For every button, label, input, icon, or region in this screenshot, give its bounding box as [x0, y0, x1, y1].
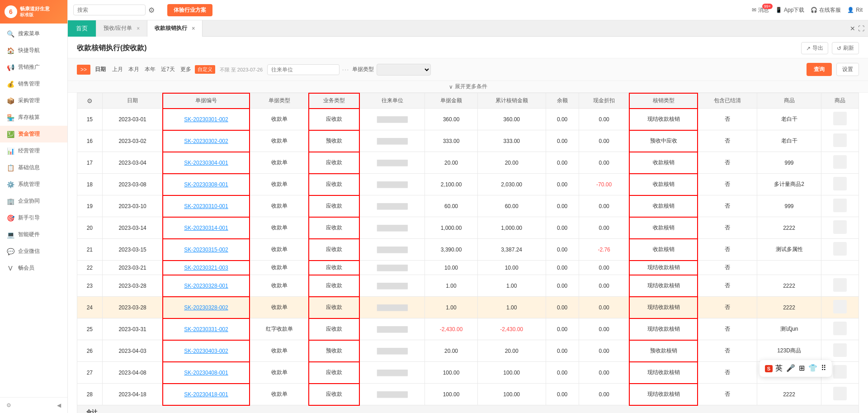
- expand-tab-icon[interactable]: ⛶: [858, 25, 864, 32]
- tab-home[interactable]: 首页: [68, 20, 96, 37]
- cell-verified: 60.00: [477, 195, 546, 217]
- refresh-button[interactable]: ↺ 刷新: [832, 42, 859, 54]
- sidebar-item-hardware[interactable]: 💻智能硬件: [0, 226, 67, 243]
- cell-bill-no: SK-20230304-001: [163, 152, 250, 174]
- more-btn[interactable]: 更多: [179, 65, 193, 74]
- sidebar-item-label: 资金管理: [18, 130, 40, 138]
- tab-label: 收款核销执行: [155, 24, 187, 32]
- sidebar-item-quick-nav[interactable]: 🏠快捷导航: [0, 42, 67, 59]
- cell-product1: 999: [757, 152, 821, 174]
- watermark-icons: 英 🎤 ⊞ 👕 ⠿: [775, 364, 826, 373]
- bill-no-link[interactable]: SK-20230408-001: [184, 370, 228, 376]
- this-month-btn[interactable]: 本月: [127, 65, 141, 74]
- bill-no-link[interactable]: SK-20230403-002: [184, 348, 228, 354]
- sidebar-bottom: ⚙ ◀: [0, 397, 67, 413]
- export-button[interactable]: ↗ 导出: [801, 42, 828, 54]
- tab-close-icon[interactable]: ×: [192, 25, 195, 32]
- cell-date: 2023-04-08: [102, 362, 163, 384]
- cell-biz-type: 应收款: [309, 109, 359, 130]
- th-settings[interactable]: ⚙: [77, 93, 103, 109]
- quick-nav-icon: 🏠: [6, 47, 14, 54]
- cell-included: 否: [698, 340, 757, 362]
- bill-no-link[interactable]: SK-20230304-001: [184, 160, 228, 166]
- tab-label: 预收/应付单: [104, 24, 132, 32]
- bill-no-link[interactable]: SK-20230321-003: [184, 265, 228, 271]
- page-title: 收款核销执行(按收款): [77, 43, 801, 53]
- cell-verified: 20.00: [477, 152, 546, 174]
- tab-collection[interactable]: 收款核销执行×: [147, 20, 203, 37]
- cell-unit: ████████: [359, 340, 425, 362]
- sidebar-item-search[interactable]: 🔍搜索菜单: [0, 25, 67, 42]
- bill-no-link[interactable]: SK-20230308-001: [184, 181, 228, 188]
- filter-toggle-button[interactable]: >>: [77, 65, 90, 75]
- close-tab-icon[interactable]: ✕: [850, 25, 855, 32]
- this-year-btn[interactable]: 本年: [143, 65, 157, 74]
- topbar-gear-icon[interactable]: ⚙: [148, 6, 155, 14]
- bill-type-select[interactable]: [377, 64, 431, 76]
- bill-no-link[interactable]: SK-20230302-002: [184, 138, 228, 144]
- sidebar-item-enterprise[interactable]: 🏢企业协同: [0, 193, 67, 209]
- sidebar-item-sales[interactable]: 💰销售管理: [0, 76, 67, 92]
- filter-setting-button[interactable]: 设置: [836, 63, 859, 76]
- message-icon-item[interactable]: ✉ 消息 99+: [752, 6, 769, 14]
- cell-verify-type: 收款核销: [629, 174, 698, 195]
- cell-product2: [821, 109, 859, 130]
- sidebar-item-label: 系统管理: [18, 180, 40, 188]
- sidebar-item-label: 畅会员: [18, 264, 34, 272]
- system-icon: ⚙️: [6, 181, 14, 188]
- settings-gear-icon[interactable]: ⚙: [6, 402, 11, 408]
- cell-product2: [821, 239, 859, 261]
- cell-biz-type: 预收款: [309, 340, 359, 362]
- online-service-item[interactable]: 🎧 在线客服: [811, 6, 841, 14]
- filter-expand-area[interactable]: ∨ 展开更多条件: [68, 81, 868, 93]
- sidebar-item-capital[interactable]: 💹资金管理: [0, 126, 67, 142]
- query-button[interactable]: 查询: [807, 63, 832, 76]
- bill-no-link[interactable]: SK-20230418-001: [184, 391, 228, 398]
- app-download-item[interactable]: 📱 App下载: [775, 6, 804, 14]
- cell-no: 28: [77, 384, 103, 405]
- brand-text: 英: [775, 364, 783, 373]
- sidebar-item-guide[interactable]: 🎯新手引导: [0, 209, 67, 226]
- sidebar-item-wechat[interactable]: 💬企业微信: [0, 243, 67, 260]
- column-settings-icon[interactable]: ⚙: [87, 97, 93, 104]
- sidebar-item-basic-info[interactable]: 📋基础信息: [0, 159, 67, 176]
- table-container: ⚙ 日期 单据编号 单据类型 业务类型 往来单位 单据金额 累计核销金额 余额 …: [68, 93, 868, 413]
- search-input[interactable]: [73, 5, 146, 15]
- basic-info-icon: 📋: [6, 164, 14, 171]
- bill-no-link[interactable]: SK-20230314-001: [184, 225, 228, 231]
- sidebar-item-label: 快捷导航: [18, 47, 40, 54]
- last-7days-btn[interactable]: 近7天: [159, 65, 177, 74]
- collapse-icon[interactable]: ◀: [57, 402, 61, 408]
- cell-bill-no: SK-20230408-001: [163, 362, 250, 384]
- last-month-btn[interactable]: 上月: [110, 65, 125, 74]
- sidebar-item-purchase[interactable]: 📦采购管理: [0, 92, 67, 109]
- cell-discount: 0.00: [579, 130, 629, 152]
- cell-biz-type: 应收款: [309, 195, 359, 217]
- bill-no-link[interactable]: SK-20230315-002: [184, 247, 228, 253]
- logo-icon: 6: [5, 5, 17, 18]
- tab-prepay[interactable]: 预收/应付单×: [96, 20, 147, 37]
- unit-input[interactable]: [267, 64, 340, 75]
- sidebar-item-inventory[interactable]: 🏪库存核算: [0, 109, 67, 126]
- solution-button[interactable]: 体验行业方案: [167, 4, 212, 16]
- cell-product1: 2222: [757, 275, 821, 297]
- user-avatar-item[interactable]: 👤 Rit: [847, 7, 863, 13]
- sidebar-item-system[interactable]: ⚙️系统管理: [0, 176, 67, 193]
- more-options-icon[interactable]: ···: [342, 66, 349, 73]
- sidebar-item-operations[interactable]: 📊经营管理: [0, 142, 67, 159]
- cell-discount: 0.00: [579, 195, 629, 217]
- sidebar-item-vip[interactable]: V畅会员: [0, 260, 67, 276]
- cell-verified: 360.00: [477, 109, 546, 130]
- bill-no-link[interactable]: SK-20230328-001: [184, 283, 228, 289]
- cell-verify-type: 现结收款核销: [629, 109, 698, 130]
- bill-no-link[interactable]: SK-20230328-002: [184, 304, 228, 311]
- grid-icon: ⊞: [799, 364, 805, 373]
- cell-product2: [821, 297, 859, 318]
- bill-no-link[interactable]: SK-20230301-002: [184, 116, 228, 123]
- sidebar-item-marketing[interactable]: 📢营销推广: [0, 59, 67, 76]
- cell-discount: 0.00: [579, 275, 629, 297]
- custom-date-btn[interactable]: 自定义: [195, 65, 215, 74]
- bill-no-link[interactable]: SK-20230331-002: [184, 326, 228, 332]
- tab-close-icon[interactable]: ×: [137, 25, 140, 32]
- bill-no-link[interactable]: SK-20230310-001: [184, 203, 228, 209]
